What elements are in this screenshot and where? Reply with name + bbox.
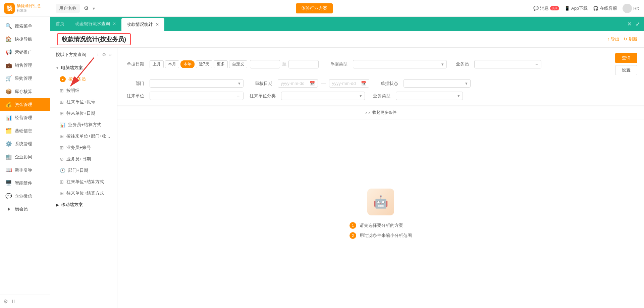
tab-collection-stats[interactable]: 收款情况统计 ✕ xyxy=(121,18,164,31)
sidebar-item-wechat[interactable]: 💬 企业微信 xyxy=(0,190,50,203)
window-maximize-icon[interactable]: ⤢ xyxy=(636,21,640,27)
date-btn-this-year[interactable]: 本年 xyxy=(180,60,195,68)
marketing-icon: 📢 xyxy=(5,49,12,55)
scheme-item-customer-dept[interactable]: ⊞ 按往来单位+部门+收... xyxy=(50,131,117,142)
customer-select[interactable]: ··· xyxy=(150,92,244,100)
audit-date-start-input[interactable]: yyyy-mm-dd 📅 xyxy=(278,79,318,88)
tab-bar: 首页 现金银行流水查询 ✕ 收款情况统计 ✕ ✕ ⤢ xyxy=(50,17,644,31)
topbar-action-button[interactable]: 体验行业方案 xyxy=(296,3,333,13)
sidebar-item-inventory[interactable]: 📦 库存核算 xyxy=(0,85,50,98)
sidebar-item-operations[interactable]: 📊 经营管理 xyxy=(0,111,50,124)
topbar-chevron-icon[interactable]: ▾ xyxy=(93,6,95,11)
filter-date-group: 上月 本月 本年 近7天 更多 自定义 2023-01-01 至 2023-12… xyxy=(150,60,319,68)
date-btn-this-month[interactable]: 本月 xyxy=(165,60,179,68)
tab-collection-stats-close[interactable]: ✕ xyxy=(156,22,159,27)
date-btn-7days[interactable]: 近7天 xyxy=(196,60,212,68)
purchase-icon: 🛒 xyxy=(5,75,12,82)
empty-hint-1: 1 请先选择要分析的方案 xyxy=(350,222,412,229)
dept-select[interactable]: ▾ xyxy=(150,79,244,88)
refresh-button[interactable]: ↻ 刷新 xyxy=(624,36,637,42)
sidebar-label-system: 系统管理 xyxy=(15,141,32,147)
scheme-item-customer-settle2[interactable]: ⊞ 往来单位+结算方式 xyxy=(50,188,117,199)
date-start-input[interactable]: 2023-01-01 xyxy=(250,60,280,68)
audit-date-end-icon[interactable]: 📅 xyxy=(361,81,366,86)
collapse-bar[interactable]: ∧∧ 收起更多条件 xyxy=(117,106,644,119)
salesperson-label: 业务员 xyxy=(452,61,469,67)
sidebar-item-hardware[interactable]: 🖥️ 智能硬件 xyxy=(0,176,50,190)
settings-button[interactable]: 设置 xyxy=(615,65,637,75)
sales-icon: 💼 xyxy=(5,62,12,68)
scheme-item-customer-account[interactable]: ⊞ 往来单位+账号 xyxy=(50,96,117,108)
topbar-user-title: 用户名称 xyxy=(56,4,80,13)
audit-date-label: 审核日期 xyxy=(249,81,272,87)
sidebar-item-search[interactable]: 🔍 搜索菜单 xyxy=(0,19,50,33)
sidebar-item-purchase[interactable]: 🛒 采购管理 xyxy=(0,72,50,85)
empty-hints: 1 请先选择要分析的方案 2 用过滤条件来缩小分析范围 xyxy=(350,222,412,239)
tab-bank-flow-close[interactable]: ✕ xyxy=(113,21,116,26)
window-close-icon[interactable]: ✕ xyxy=(627,21,632,27)
doc-status-select[interactable]: ▾ xyxy=(404,79,471,88)
sidebar-item-member[interactable]: ♦️ 畅会员 xyxy=(0,203,50,215)
audit-date-start-icon[interactable]: 📅 xyxy=(310,81,315,86)
date-end-input[interactable]: 2023-12-31 xyxy=(288,60,319,68)
audit-date-end-input[interactable]: yyyy-mm-dd 📅 xyxy=(329,79,369,88)
sidebar-item-marketing[interactable]: 📢 营销推广 xyxy=(0,46,50,59)
scheme-item-customer-date-label: 往来单位+日期 xyxy=(66,110,112,116)
main-content: 用户名称 ⚙ ▾ 体验行业方案 💬 消息 99+ 📱 App下载 🎧 xyxy=(50,0,644,308)
scheme-item-detail[interactable]: ⊞ 按明细 xyxy=(50,85,117,96)
scheme-item-salesperson[interactable]: ● 按业务员 xyxy=(50,73,117,85)
doc-type-chevron: ▾ xyxy=(441,62,444,67)
tab-bank-flow[interactable]: 现金银行流水查询 ✕ xyxy=(70,17,121,31)
sidebar-item-system[interactable]: ⚙️ 系统管理 xyxy=(0,137,50,150)
sidebar-item-guide[interactable]: 📖 新手引导 xyxy=(0,163,50,176)
scheme-mobile-header[interactable]: ▶ 移动端方案 xyxy=(50,199,117,210)
scheme-add-icon[interactable]: + xyxy=(97,52,99,57)
logo-icon: 畅 xyxy=(4,3,15,14)
scheme-settings-icon[interactable]: ⚙ xyxy=(102,52,106,57)
sidebar-label-operations: 经营管理 xyxy=(15,115,32,121)
scheme-collapse-icon[interactable]: « xyxy=(109,52,112,57)
tab-home[interactable]: 首页 xyxy=(50,17,70,31)
sidebar-item-shortcut[interactable]: 🏠 快捷导航 xyxy=(0,33,50,46)
search-icon: 🔍 xyxy=(5,23,12,29)
sidebar-item-enterprise[interactable]: 🏢 企业协同 xyxy=(0,150,50,163)
app-download-btn[interactable]: 📱 App下载 xyxy=(565,5,588,11)
topbar-settings-icon[interactable]: ⚙ xyxy=(84,5,89,11)
scheme-item-customer-date[interactable]: ⊞ 往来单位+日期 xyxy=(50,108,117,119)
scheme-item-salesperson-settle-label: 业务员+结算方式 xyxy=(68,122,112,128)
basic-icon: 🗂️ xyxy=(5,127,12,134)
topbar-right: 💬 消息 99+ 📱 App下载 🎧 在线客服 Rit xyxy=(533,4,639,13)
scheme-item-customer-settle1[interactable]: ⊞ 往来单位+结算方式 xyxy=(50,176,117,188)
empty-area: 🤖 1 请先选择要分析的方案 2 用过滤条件来缩小分析范围 xyxy=(117,119,644,308)
scheme-item-salesperson-settle[interactable]: 📊 业务员+结算方式 xyxy=(50,119,117,131)
date-btn-last-month[interactable]: 上月 xyxy=(150,60,164,68)
query-button[interactable]: 查询 xyxy=(615,53,637,63)
scheme-desktop-header[interactable]: ▼ 电脑端方案 xyxy=(50,62,117,73)
service-btn[interactable]: 🎧 在线客服 xyxy=(593,5,617,11)
export-button[interactable]: ↑ 导出 xyxy=(607,36,620,42)
user-info[interactable]: Rit xyxy=(623,4,639,13)
sidebar-collapse-icon[interactable]: ⏸ xyxy=(11,299,16,305)
sidebar-item-basic[interactable]: 🗂️ 基础信息 xyxy=(0,124,50,137)
sidebar-item-sales[interactable]: 💼 销售管理 xyxy=(0,59,50,72)
customer-type-chevron: ▾ xyxy=(360,93,362,98)
message-btn[interactable]: 💬 消息 99+ xyxy=(533,5,559,11)
date-btn-custom[interactable]: 自定义 xyxy=(229,60,247,68)
scheme-item-salesperson-account[interactable]: ⊞ 业务员+账号 xyxy=(50,142,117,153)
date-btn-more[interactable]: 更多 xyxy=(214,60,228,68)
page-header: 收款情况统计(按业务员) ↑ 导出 ↻ 刷新 xyxy=(50,31,644,48)
sidebar-item-finance[interactable]: 💰 资金管理 xyxy=(0,98,50,111)
service-icon: 🎧 xyxy=(593,6,598,11)
customer-type-select[interactable]: ▾ xyxy=(281,92,365,100)
sidebar-settings-icon[interactable]: ⚙ xyxy=(3,298,8,305)
wechat-icon: 💬 xyxy=(5,193,12,199)
doc-type-select[interactable]: ▾ xyxy=(353,60,447,68)
tab-bar-controls: ✕ ⤢ xyxy=(623,17,644,31)
scheme-item-dept-date[interactable]: 🕐 部门+日期 xyxy=(50,165,117,176)
biz-type-select[interactable]: ▾ xyxy=(396,92,463,100)
sidebar-nav: 🔍 搜索菜单 🏠 快捷导航 📢 营销推广 💼 销售管理 🛒 采购管理 📦 xyxy=(0,17,50,295)
sidebar-label-hardware: 智能硬件 xyxy=(15,180,32,186)
scheme-item-salesperson-date[interactable]: ⊙ 业务员+日期 xyxy=(50,153,117,165)
salesperson-select[interactable]: ··· xyxy=(474,60,541,68)
logo-text: 畅捷通好生意 xyxy=(17,3,41,9)
